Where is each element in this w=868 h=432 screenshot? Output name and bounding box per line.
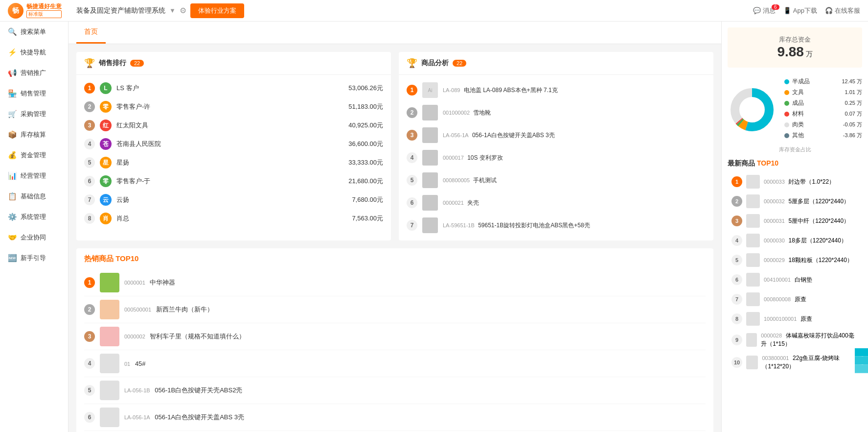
sales-ranking-body: 1 L LS 客户 53,006.26元 2 零 零售客户-许 51,183.0… [76,75,391,232]
hot-img-1 [100,273,119,292]
rank-avatar-3: 红 [100,120,112,131]
sidebar-item-search[interactable]: 🔍 搜索菜单 [0,22,68,42]
hot-item-3: 3 0000002 智利车子里（规格不知道填什么） [84,323,706,350]
legend-item-3: 材料 0.07 万 [784,110,862,118]
new-prod-1: 1 0000033 封边带（1.0*22） [728,172,862,192]
rank-number-7: 7 [84,194,95,205]
inventory-value-area: 9.88 万 [735,44,854,60]
prod-item-6: 6 0000021 夹壳 [399,192,713,214]
new-prod-5: 5 0000029 18颗粒板（1220*2440） [728,250,862,270]
sidebar-item-marketing[interactable]: 📢 营销推广 [0,63,68,83]
hot-rank-1: 1 [84,277,95,288]
float-btn-community[interactable]: 服务社区 [855,357,868,365]
right-panel: 库存总资金 9.88 万 [721,22,868,432]
rank-name-6: 零售客户-于 [116,177,343,186]
rank-amount-1: 53,006.26元 [348,84,383,93]
rank-number-8: 8 [84,213,95,224]
new-prod-3: 3 0000031 5厘中纤（1220*2440） [728,211,862,231]
inventory-legend: 半成品 12.45 万 文具 1.01 万 成品 0.25 万 材料 0.07 … [784,77,862,142]
rank-item-8: 8 肖 肖总 7,563.00元 [76,209,391,228]
rank-amount-8: 7,563.00元 [352,214,383,223]
headset-icon: 🎧 [825,7,833,14]
content-area: 首页 🏆 销售排行 22 1 L LS 客户 53,006.26元 [69,22,721,432]
prod-img-7 [422,217,438,233]
hot-rank-3: 3 [84,331,95,342]
app-download[interactable]: 📱 App下载 [783,6,817,15]
new-img-5 [746,253,760,267]
prod-img-4 [422,150,438,166]
sidebar-item-purchase[interactable]: 🛒 采购管理 [0,104,68,124]
hot-item-1: 1 0000001 中华神器 [84,269,706,296]
prod-info-3: LA-056-1A 056-1A白色按键开关盖ABS 3壳 [443,131,706,140]
rank-avatar-1: L [100,82,112,94]
sidebar-item-sales[interactable]: 🏪 销售管理 [0,83,68,104]
new-info-1: 0000033 封边带（1.0*22） [764,178,835,186]
logo-badge: 标准版 [26,10,62,18]
hot-info-5: LA-056-1B 056-1B白色按键开关壳ABS2壳 [124,386,242,395]
sidebar-item-guide[interactable]: 🆕 新手引导 [0,248,68,268]
legend-item-5: 其他 -3.86 万 [784,131,862,140]
inventory-unit: 万 [806,50,813,58]
tab-bar: 首页 [69,22,721,44]
hot-info-4: 01 45# [124,360,146,367]
logo-icon: 畅 [8,3,23,19]
prod-rank-1: 1 [407,85,417,96]
sidebar-item-basic[interactable]: 📋 基础信息 [0,186,68,207]
message-icon: 💬 [753,7,761,14]
new-prod-8: 8 10000100001 原查 [728,309,862,329]
sales-ranking-card: 🏆 销售排行 22 1 L LS 客户 53,006.26元 2 零 零售客户-… [76,52,391,240]
new-info-8: 10000100001 原查 [764,315,812,323]
legend-item-1: 文具 1.01 万 [784,88,862,96]
trial-button[interactable]: 体验行业方案 [190,3,244,18]
topbar-middle: 装备及固定资产辅助管理系统 ▼ ⚙ 体验行业方案 [76,3,753,18]
settings-icon[interactable]: ⚙ [180,6,186,15]
donut-chart [728,85,777,134]
legend-item-4: 肉类 -0.05 万 [784,120,862,129]
sidebar-item-quicknav[interactable]: ⚡ 快捷导航 [0,42,68,63]
sidebar-item-operation[interactable]: 📊 经营管理 [0,166,68,186]
new-prod-9: 9 0000028 体碱嘉枚味苏打饮品400毫升（1*15） [728,329,862,351]
rank-name-7: 云扬 [116,195,347,204]
product-trophy-icon: 🏆 [407,58,417,69]
sales-ranking-header: 🏆 销售排行 22 [76,52,391,75]
legend-item-2: 成品 0.25 万 [784,99,862,107]
finance-icon: 💰 [8,151,17,160]
prod-info-1: LA-089 电池盖 LA-089 ABS本色+黑种 7.1克 [443,86,706,95]
operation-icon: 📊 [8,171,17,180]
legend-dot-2 [784,101,789,106]
sales-ranking-title: 销售排行 [99,59,126,68]
sidebar-item-system[interactable]: ⚙️ 系统管理 [0,207,68,227]
inventory-label: 库存总资金 [735,35,854,44]
mobile-icon: 📱 [783,7,791,14]
hot-img-4 [100,354,119,373]
tab-home[interactable]: 首页 [76,22,106,44]
prod-item-7: 7 LA-59651-1B 59651-1B旋转投影灯电池盒ABS黑色+58壳 [399,214,713,237]
rank-name-4: 苍南县人民医院 [116,140,343,148]
sidebar-item-finance[interactable]: 💰 资金管理 [0,145,68,166]
prod-img-6 [422,195,438,211]
prod-item-3: 3 LA-056-1A 056-1A白色按键开关盖ABS 3壳 [399,124,713,146]
float-btn-hotline[interactable]: 客服热线 [855,348,868,357]
rank-amount-4: 36,600.00元 [348,140,383,148]
sales-ranking-badge: 22 [130,60,144,67]
rank-name-8: 肖总 [116,214,347,223]
sidebar-item-inventory[interactable]: 📦 库存核算 [0,124,68,145]
inventory-total: 库存总资金 9.88 万 [728,27,862,68]
online-service[interactable]: 🎧 在线客服 [825,6,860,15]
new-info-10: 003800001 22g鱼豆腐-烧烤味（1*12*20） [762,354,858,371]
sidebar-item-corp[interactable]: 🤝 企业协同 [0,227,68,248]
float-btn-live[interactable]: 直播 [855,365,868,373]
dropdown-arrow-icon[interactable]: ▼ [169,7,176,14]
legend-dot-1 [784,90,789,95]
rank-name-3: 红太阳文具 [116,121,343,130]
hot-item-6: 6 LA-056-1A 056-1A白色按键开关盖ABS 3壳 [84,404,706,431]
hot-info-1: 0000001 中华神器 [124,278,175,287]
new-img-6 [746,273,760,287]
product-analysis-badge: 22 [453,60,466,67]
dashboard-grid: 🏆 销售排行 22 1 L LS 客户 53,006.26元 2 零 零售客户-… [69,44,721,248]
notification-area[interactable]: 💬 消息 6 [753,6,776,15]
search-icon: 🔍 [8,27,17,36]
rank-number-2: 2 [84,101,95,112]
prod-info-5: 000800005 手机测试 [443,176,706,185]
rank-amount-2: 51,183.00元 [348,102,383,111]
